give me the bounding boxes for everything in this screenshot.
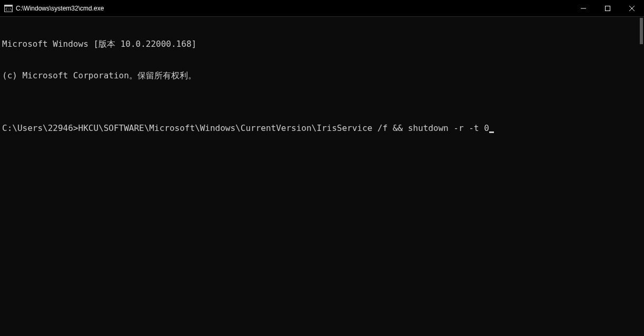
minimize-button[interactable] bbox=[571, 0, 596, 16]
svg-text:C:\: C:\ bbox=[6, 7, 13, 12]
vertical-scrollbar[interactable] bbox=[640, 18, 643, 44]
close-button[interactable] bbox=[620, 0, 644, 16]
command-text: HKCU\SOFTWARE\Microsoft\Windows\CurrentV… bbox=[78, 123, 489, 133]
svg-rect-1 bbox=[5, 5, 13, 6]
window-titlebar: C:\ C:\Windows\system32\cmd.exe bbox=[0, 0, 644, 17]
command-prompt-line: C:\Users\22946>HKCU\SOFTWARE\Microsoft\W… bbox=[2, 123, 642, 134]
terminal-output[interactable]: Microsoft Windows [版本 10.0.22000.168] (c… bbox=[0, 17, 644, 336]
maximize-button[interactable] bbox=[596, 0, 620, 16]
text-cursor bbox=[489, 131, 494, 133]
svg-rect-4 bbox=[606, 6, 610, 11]
titlebar-left: C:\ C:\Windows\system32\cmd.exe bbox=[4, 4, 104, 13]
copyright-line: (c) Microsoft Corporation。保留所有权利。 bbox=[2, 70, 642, 81]
version-line: Microsoft Windows [版本 10.0.22000.168] bbox=[2, 39, 642, 49]
cmd-icon: C:\ bbox=[4, 4, 13, 13]
titlebar-buttons bbox=[571, 0, 644, 16]
prompt-text: C:\Users\22946> bbox=[2, 123, 78, 133]
window-title: C:\Windows\system32\cmd.exe bbox=[16, 5, 104, 12]
